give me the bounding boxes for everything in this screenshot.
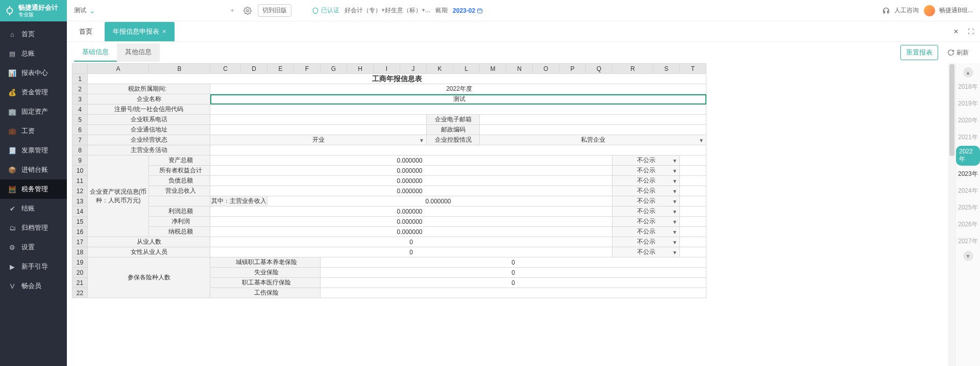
row-header[interactable]: 8: [72, 145, 88, 155]
sheet-scroll[interactable]: ABCDEFGHIJKLMNOPQRST 1工商年报信息表2税款所属期间:202…: [67, 63, 948, 366]
row-header[interactable]: 9: [72, 155, 88, 166]
value-cell[interactable]: 0: [321, 268, 706, 278]
subtab-basic[interactable]: 基础信息: [74, 43, 117, 62]
value-cell[interactable]: [210, 125, 427, 135]
year-item[interactable]: 2022年: [956, 146, 980, 166]
col-corner[interactable]: [72, 64, 88, 74]
value-cell[interactable]: [480, 125, 706, 135]
row-header[interactable]: 2: [72, 84, 88, 94]
year-item[interactable]: 2021年: [956, 129, 980, 146]
row-header[interactable]: 7: [72, 135, 88, 145]
col-header[interactable]: J: [400, 64, 427, 74]
select-cell[interactable]: 不公示▼: [612, 166, 680, 176]
value-cell[interactable]: 0: [210, 247, 612, 257]
value-cell[interactable]: 2022年度: [210, 84, 706, 94]
sidebar-item-7[interactable]: 📦进销台账: [0, 160, 67, 179]
row-header[interactable]: 4: [72, 104, 88, 115]
year-up-icon[interactable]: ▲: [963, 67, 973, 77]
select-cell[interactable]: 不公示▼: [612, 176, 680, 186]
row-header[interactable]: 17: [72, 237, 88, 247]
value-cell[interactable]: [210, 104, 706, 115]
select-cell[interactable]: 不公示▼: [612, 155, 680, 166]
year-item[interactable]: 2024年: [956, 182, 980, 199]
row-header[interactable]: 19: [72, 257, 88, 268]
year-item[interactable]: 2023年: [956, 166, 980, 182]
value-cell[interactable]: [210, 145, 706, 155]
company-name-cell[interactable]: 测试: [210, 94, 706, 104]
col-header[interactable]: R: [612, 64, 653, 74]
row-header[interactable]: 11: [72, 176, 88, 186]
row-header[interactable]: 21: [72, 278, 88, 288]
col-header[interactable]: P: [559, 64, 586, 74]
sidebar-item-13[interactable]: V畅会员: [0, 276, 67, 296]
sidebar-item-1[interactable]: ▤总账: [0, 44, 67, 63]
value-cell[interactable]: [210, 115, 427, 125]
col-header[interactable]: Q: [586, 64, 612, 74]
close-tab-button[interactable]: ✕: [951, 26, 961, 37]
row-header[interactable]: 5: [72, 115, 88, 125]
value-cell[interactable]: 0.000000: [210, 227, 612, 237]
row-header[interactable]: 14: [72, 206, 88, 217]
select-cell[interactable]: 不公示▼: [612, 186, 680, 196]
sidebar-item-12[interactable]: ▶新手引导: [0, 257, 67, 276]
tab-annual-report[interactable]: 年报信息申报表 ×: [105, 22, 175, 41]
col-header[interactable]: G: [321, 64, 347, 74]
plus-icon[interactable]: ＋: [227, 6, 237, 16]
col-header[interactable]: B: [149, 64, 210, 74]
user-menu[interactable]: 畅捷通B组...: [924, 5, 973, 16]
select-cell[interactable]: 开业▼: [210, 135, 427, 145]
year-item[interactable]: 2026年: [956, 216, 980, 233]
select-cell[interactable]: 不公示▼: [612, 206, 680, 217]
col-header[interactable]: I: [374, 64, 400, 74]
col-header[interactable]: D: [241, 64, 267, 74]
year-down-icon[interactable]: ▼: [963, 251, 973, 261]
col-header[interactable]: M: [480, 64, 506, 74]
col-header[interactable]: C: [210, 64, 241, 74]
company-select[interactable]: 测试 ⌄: [74, 6, 176, 15]
value-cell[interactable]: 0.000000: [210, 206, 612, 217]
vertical-scrollbar[interactable]: [948, 63, 955, 366]
tab-home[interactable]: 首页: [71, 22, 101, 41]
sidebar-item-0[interactable]: ⌂首页: [0, 24, 67, 44]
row-header[interactable]: 12: [72, 186, 88, 196]
value-cell[interactable]: 0.000000: [210, 155, 612, 166]
col-header[interactable]: T: [680, 64, 706, 74]
sidebar-item-8[interactable]: 🧮税务管理: [0, 179, 67, 199]
value-cell[interactable]: [321, 288, 706, 298]
gear-icon[interactable]: [242, 6, 253, 16]
sidebar-item-11[interactable]: ⚙设置: [0, 238, 67, 257]
close-icon[interactable]: ×: [162, 28, 166, 35]
row-header[interactable]: 10: [72, 166, 88, 176]
period-value[interactable]: 2023-02: [453, 7, 483, 14]
human-service[interactable]: 人工咨询: [882, 6, 919, 15]
col-header[interactable]: N: [506, 64, 533, 74]
year-item[interactable]: 2019年: [956, 95, 980, 112]
select-cell[interactable]: 不公示▼: [612, 247, 680, 257]
col-header[interactable]: E: [267, 64, 294, 74]
sidebar-item-5[interactable]: 💼工资: [0, 121, 67, 141]
verified-badge[interactable]: 已认证: [312, 6, 339, 15]
subtab-other[interactable]: 其他信息: [117, 43, 160, 62]
value-cell[interactable]: 0.000000: [210, 176, 612, 186]
select-cell[interactable]: 不公示▼: [612, 196, 680, 206]
col-header[interactable]: S: [653, 64, 680, 74]
value-cell[interactable]: 0: [210, 237, 612, 247]
value-cell[interactable]: 0.000000: [267, 196, 612, 206]
row-header[interactable]: 15: [72, 217, 88, 227]
value-cell[interactable]: 0.000000: [210, 186, 612, 196]
year-item[interactable]: 2018年: [956, 79, 980, 95]
value-cell[interactable]: 0: [321, 278, 706, 288]
fullscreen-icon[interactable]: ⛶: [966, 26, 976, 37]
row-header[interactable]: 13: [72, 196, 88, 206]
refresh-button[interactable]: 刷新: [943, 46, 973, 60]
row-header[interactable]: 20: [72, 268, 88, 278]
sidebar-item-4[interactable]: 🏢固定资产: [0, 102, 67, 121]
col-header[interactable]: K: [427, 64, 453, 74]
col-header[interactable]: L: [453, 64, 480, 74]
year-item[interactable]: 2020年: [956, 112, 980, 129]
year-item[interactable]: 2027年: [956, 233, 980, 250]
sidebar-item-2[interactable]: 📊报表中心: [0, 63, 67, 83]
select-cell[interactable]: 不公示▼: [612, 237, 680, 247]
select-cell[interactable]: 不公示▼: [612, 217, 680, 227]
sidebar-item-9[interactable]: ✔结账: [0, 199, 67, 218]
